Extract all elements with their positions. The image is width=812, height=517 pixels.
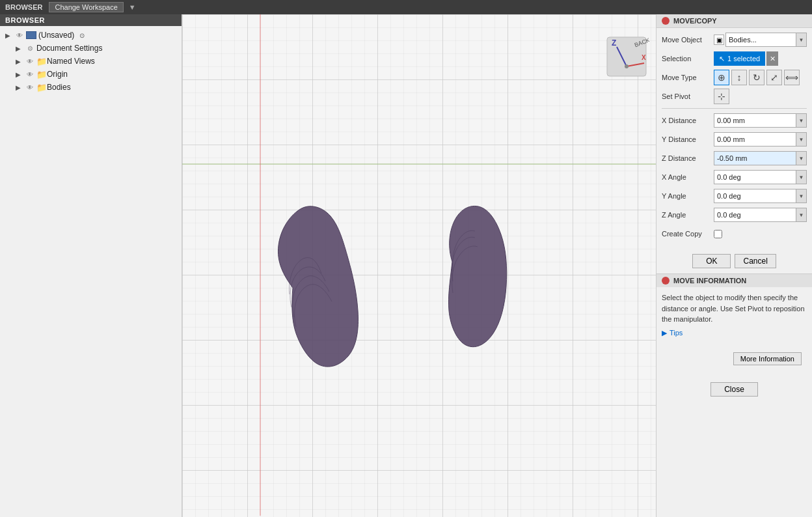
info-header-icon [662,277,670,285]
folder-icon-origin: 📁 [36,70,47,79]
browser-title: BROWSER [5,3,42,11]
selection-clear-button[interactable]: ✕ [766,51,778,66]
create-copy-label: Create Copy [662,230,714,238]
y-angle-input[interactable] [714,189,796,203]
viewport[interactable]: 👆 Z X BACK [182,14,656,517]
main-area: BROWSER ▶ 👁 (Unsaved) ⊙ ▶ ⚙ Document Set… [0,14,812,517]
named-views-item[interactable]: ▶ 👁 📁 Named Views [0,55,182,68]
settings-icon: ⚙ [25,43,35,53]
z-distance-input[interactable] [714,151,796,165]
y-angle-dropdown[interactable]: ▼ [796,189,807,203]
info-header: MOVE INFORMATION [656,274,812,287]
move-type-point-btn[interactable]: ⤢ [766,70,782,85]
origin-label: Origin [47,70,68,79]
collapse-icon: ▼ [129,3,136,11]
eye-icon-views: 👁 [25,56,35,66]
expand-icon-doc: ▶ [13,43,23,53]
move-type-face-btn[interactable]: ⟺ [784,70,800,85]
set-pivot-row: Set Pivot ⊹ [662,89,807,104]
expand-icon-origin: ▶ [13,69,23,79]
info-body: Select the object to modify then specify… [656,287,812,346]
more-info-container: More Information [656,346,812,372]
move-object-control: ▣ ▼ [714,33,807,47]
z-angle-control: ▼ [714,208,807,222]
named-views-label: Named Views [47,57,95,66]
eye-icon: 👁 [14,30,25,40]
x-distance-dropdown[interactable]: ▼ [796,113,807,128]
set-pivot-label: Set Pivot [662,92,714,100]
y-angle-row: Y Angle ▼ [662,188,807,204]
z-angle-dropdown[interactable]: ▼ [796,208,807,222]
change-workspace-button[interactable]: Change Workspace [49,2,123,12]
panel-title: MOVE/COPY [673,17,717,25]
y-distance-dropdown[interactable]: ▼ [796,132,807,147]
create-copy-control [714,230,722,238]
cursor-small-icon: ↖ [719,55,725,63]
document-settings-label: Document Settings [36,44,102,53]
move-type-axis-btn[interactable]: ↕ [731,70,747,85]
unsaved-label: (Unsaved) [38,31,74,40]
doc-icon [26,31,36,39]
axis-indicator: Z X BACK [604,34,649,79]
move-type-rotate-btn[interactable]: ↻ [749,70,765,85]
y-distance-control: ▼ [714,132,807,147]
y-distance-label: Y Distance [662,135,714,143]
x-distance-row: X Distance ▼ [662,113,807,128]
x-distance-input[interactable] [714,113,796,128]
create-copy-checkbox[interactable] [714,230,722,238]
expand-icon-bodies: ▶ [13,82,23,92]
tips-row[interactable]: ▶ Tips [662,325,807,341]
move-object-input[interactable] [725,33,796,47]
left-panel: BROWSER ▶ 👁 (Unsaved) ⊙ ▶ ⚙ Document Set… [0,14,182,517]
move-type-row: Move Type ⊕ ↕ ↻ ⤢ ⟺ [662,70,807,85]
svg-text:X: X [642,54,646,61]
selection-value: 1 selected [727,55,760,63]
selection-button[interactable]: ↖ 1 selected [714,51,765,66]
selection-row: Selection ↖ 1 selected ✕ [662,51,807,66]
unsaved-item[interactable]: ▶ 👁 (Unsaved) ⊙ [0,29,182,42]
x-angle-dropdown[interactable]: ▼ [796,170,807,184]
info-title: MOVE INFORMATION [673,277,746,285]
move-type-translate-btn[interactable]: ⊕ [714,70,729,85]
record-icon: ⊙ [77,30,87,40]
more-info-button[interactable]: More Information [733,352,802,365]
right-panel: MOVE/COPY Move Object ▣ ▼ Selection ↖ 1 … [656,14,812,517]
browser-header-label: BROWSER [5,16,45,24]
expand-icon-views: ▶ [13,56,23,66]
folder-icon-bodies: 📁 [36,83,47,92]
cancel-button[interactable]: Cancel [735,254,776,268]
y-angle-label: Y Angle [662,192,714,200]
y-distance-row: Y Distance ▼ [662,132,807,147]
shape-middle [448,206,506,346]
origin-item[interactable]: ▶ 👁 📁 Origin [0,68,182,81]
bodies-icon: ▣ [714,35,724,45]
x-angle-input[interactable] [714,170,796,184]
shape-left [278,206,358,367]
x-distance-label: X Distance [662,117,714,124]
ok-button[interactable]: OK [692,254,731,268]
shapes-svg: 👆 [182,14,656,517]
y-distance-input[interactable] [714,132,796,147]
z-angle-input[interactable] [714,208,796,222]
close-row: Close [656,372,812,407]
bodies-label: Bodies [47,83,71,92]
x-angle-row: X Angle ▼ [662,169,807,185]
move-type-icons: ⊕ ↕ ↻ ⤢ ⟺ [714,70,800,85]
set-pivot-button[interactable]: ⊹ [714,89,729,104]
ok-cancel-row: OK Cancel [656,249,812,273]
svg-point-13 [625,64,629,68]
folder-icon-views: 📁 [36,57,47,66]
z-distance-dropdown[interactable]: ▼ [796,151,807,165]
bodies-item[interactable]: ▶ 👁 📁 Bodies [0,81,182,94]
close-button[interactable]: Close [710,382,758,397]
move-type-label: Move Type [662,74,714,81]
browser-tree: ▶ 👁 (Unsaved) ⊙ ▶ ⚙ Document Settings ▶ … [0,26,182,517]
document-settings-item[interactable]: ▶ ⚙ Document Settings [0,42,182,55]
eye-icon-bodies: 👁 [25,82,35,92]
top-bar: BROWSER Change Workspace ▼ [0,0,812,14]
selection-label: Selection [662,55,714,63]
x-angle-control: ▼ [714,170,807,184]
tips-expand-icon: ▶ [662,328,667,339]
move-object-dropdown[interactable]: ▼ [796,33,807,47]
y-angle-control: ▼ [714,189,807,203]
